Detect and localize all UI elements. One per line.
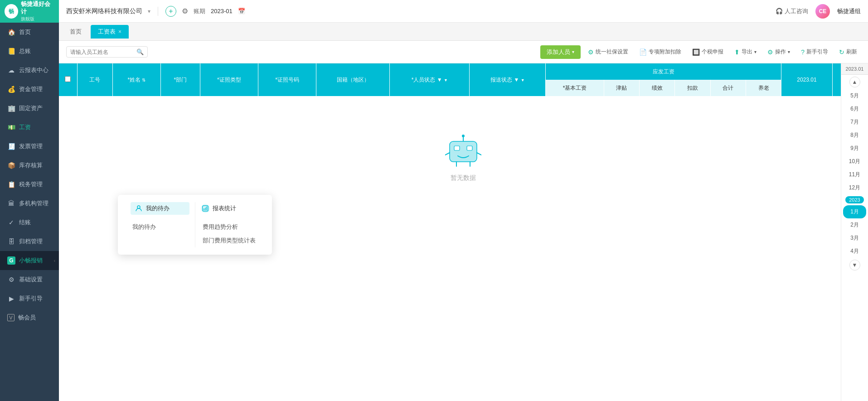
sidebar: 畅 畅捷通好会计 旗舰版 🏠 首页 📒 总账 ☁ 云报表中心 💰 资金管理 🏢 … [0,0,59,401]
submenu-todo-title[interactable]: 我的待办 [131,202,189,215]
month-item-9[interactable]: 9月 [841,142,868,155]
company-dropdown-icon[interactable]: ▾ [148,8,150,14]
sidebar-item-basic-settings[interactable]: ⚙ 基础设置 [0,270,59,289]
year-2023-label: 2023 [845,196,863,203]
month-item-10[interactable]: 10月 [841,155,868,168]
country-header[interactable]: 国籍（地区） [316,63,390,96]
sidebar-item-tax[interactable]: 📋 税务管理 [0,175,59,194]
submenu-item-dept-cost[interactable]: 部门费用类型统计表 [201,234,260,247]
refresh-button[interactable]: ↻ 刷新 [835,46,861,58]
month-item-3[interactable]: 3月 [841,232,868,245]
bonus-label: 绩效 [652,85,663,91]
subsidy-header: 津贴 [604,80,639,96]
name-header[interactable]: *姓名 [112,63,160,96]
status-header[interactable]: *人员状态 ▼ [390,63,470,96]
refresh-icon: ↻ [839,48,844,56]
settings-button[interactable]: ⚙ [182,7,188,15]
social-insurance-icon: ⚙ [588,48,594,56]
add-company-button[interactable]: + [165,6,176,17]
emp-no-header[interactable]: 工号 [77,63,112,96]
empty-state-icon [445,132,481,169]
svg-point-9 [137,206,140,208]
sidebar-item-multi-org[interactable]: 🏛 多机构管理 [0,194,59,213]
sidebar-item-closing[interactable]: ✓ 结账 [0,213,59,232]
cloud-icon: ☁ [7,66,15,74]
search-wrapper[interactable]: 🔍 [66,46,148,58]
id-type-header[interactable]: *证照类型 [200,63,258,96]
pension-label: 养老 [758,85,769,91]
export-dropdown-icon: ▾ [754,49,756,54]
special-deduction-button[interactable]: 📄 专项附加扣除 [635,46,685,58]
deduction-header: 扣款 [675,80,710,96]
sidebar-item-label: 库存核算 [19,161,43,169]
sidebar-item-label: 首页 [19,28,31,36]
month-item-5[interactable]: 5月 [841,89,868,102]
export-button[interactable]: ⬆ 导出 ▾ [731,46,760,58]
sidebar-item-archive[interactable]: 🗄 归档管理 [0,232,59,251]
sidebar-item-cloud-report[interactable]: ☁ 云报表中心 [0,61,59,80]
month-item-2[interactable]: 2月 [841,218,868,232]
tab-home[interactable]: 首页 [63,25,89,39]
deduction-label: 扣款 [687,85,698,91]
sidebar-item-label: 新手引导 [19,295,43,303]
emp-no-label: 工号 [89,77,100,83]
new-guide-button[interactable]: ? 新手引导 [797,46,832,58]
svg-line-5 [445,153,450,155]
guide-icon: ? [801,48,805,56]
sidebar-item-new-guide[interactable]: ▶ 新手引导 [0,289,59,308]
add-people-button[interactable]: 添加人员 ▾ [540,45,581,59]
sidebar-item-ledger[interactable]: 📒 总账 [0,42,59,61]
sidebar-item-fund[interactable]: 💰 资金管理 [0,80,59,99]
home-icon: 🏠 [7,28,15,36]
personal-tax-button[interactable]: 🔲 个税申报 [689,46,727,58]
sidebar-item-label: 多机构管理 [19,199,48,208]
search-input[interactable] [70,49,134,55]
submenu-report-title[interactable]: 报表统计 [201,202,260,215]
month-item-6[interactable]: 6月 [841,102,868,116]
month-next-button[interactable]: ▼ [849,260,860,271]
period-header: 2023.01 [781,63,832,96]
archive-icon: 🗄 [7,237,15,246]
status-label: *人员状态 ▼ [412,77,442,83]
operation-button[interactable]: ⚙ 操作 ▾ [764,46,794,58]
select-all-checkbox[interactable] [65,76,71,82]
total-header: 合计 [710,80,746,96]
fund-icon: 💰 [7,85,15,93]
sidebar-item-fixed-assets[interactable]: 🏢 固定资产 [0,99,59,118]
sidebar-item-member[interactable]: V 畅会员 [0,308,59,327]
id-no-header[interactable]: *证照号码 [258,63,316,96]
svg-rect-2 [467,146,472,150]
app-subtitle: 旗舰版 [21,16,54,22]
month-item-1-active[interactable]: 1月 [843,205,866,218]
checkbox-header[interactable] [59,63,77,96]
add-people-label: 添加人员 [547,48,570,56]
month-item-4[interactable]: 4月 [841,245,868,258]
sidebar-item-inventory[interactable]: 📦 库存核算 [0,156,59,175]
report-status-header[interactable]: 报送状态 ▼ [470,63,546,96]
tab-close-button[interactable]: × [118,29,121,35]
month-item-8[interactable]: 8月 [841,129,868,142]
tab-salary[interactable]: 工资表 × [91,25,129,39]
submenu-sections: 我的待办 我的待办 报表统计 费用趋势分析 [125,202,265,247]
subsidy-label: 津贴 [616,85,627,91]
month-item-7[interactable]: 7月 [841,116,868,129]
special-deduction-icon: 📄 [639,48,647,56]
sidebar-item-salary[interactable]: 💵 工资 [0,118,59,137]
sidebar-item-invoice[interactable]: 🧾 发票管理 [0,137,59,156]
refresh-label: 刷新 [846,48,857,56]
submenu-item-my-todo[interactable]: 我的待办 [131,220,189,234]
tabbar: 首页 工资表 × [59,23,868,41]
month-prev-button[interactable]: ▲ [849,77,860,87]
submenu-item-cost-trend[interactable]: 费用趋势分析 [201,220,260,234]
month-item-11[interactable]: 11月 [841,168,868,181]
company-name: 西安虾米网络科技有限公司 [66,7,142,15]
social-insurance-label: 统一社保设置 [596,48,628,56]
social-insurance-button[interactable]: ⚙ 统一社保设置 [584,46,632,58]
sidebar-item-home[interactable]: 🏠 首页 [0,23,59,42]
dept-header[interactable]: *部门 [161,63,200,96]
customer-service-button[interactable]: 🎧 人工咨询 [776,7,808,15]
sidebar-item-xiaochang[interactable]: G 小畅报销 ‹ [0,251,59,270]
month-item-12[interactable]: 12月 [841,181,868,194]
calendar-icon[interactable]: 📅 [238,8,245,14]
sidebar-item-label: 税务管理 [19,180,43,188]
